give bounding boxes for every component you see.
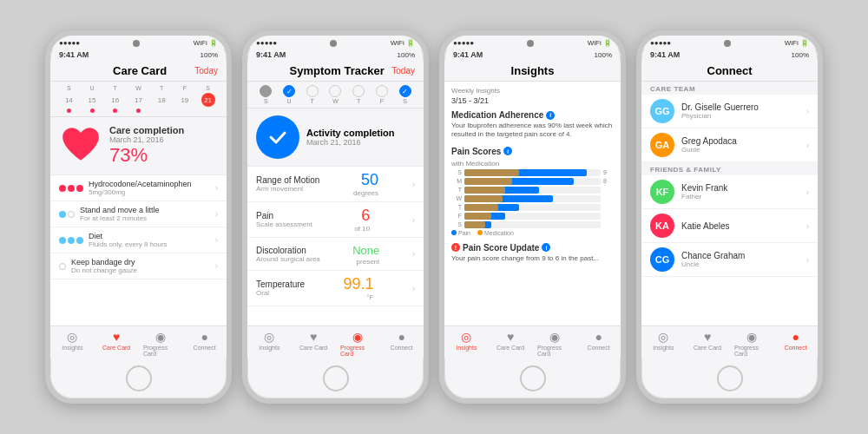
- metric-rom[interactable]: Range of Motion Arm movement 50 degrees …: [247, 167, 424, 202]
- nav-connect-sym[interactable]: ● Connect: [385, 330, 419, 357]
- nav-connect-care[interactable]: ● Connect: [187, 330, 222, 357]
- nav-progress-care[interactable]: ◉ Progress Card: [143, 330, 178, 357]
- pain-score-update-label: Pain Score Update: [463, 243, 539, 253]
- info-icon-psu: i: [542, 243, 550, 252]
- home-button-ins[interactable]: [520, 365, 546, 391]
- signal-ins: ●●●●●: [453, 39, 474, 47]
- nav-carecard-care[interactable]: ♥ Care Card: [99, 330, 134, 357]
- time-ins: 9:41 AM: [453, 50, 483, 59]
- care-items: Hydrocodone/Acetaminophen 5mg/300mg › St…: [50, 175, 227, 326]
- bottom-nav-care: ◎ Insights ♥ Care Card ◉ Progress Card ●…: [50, 326, 227, 358]
- symptom-title: Activity completion: [306, 128, 394, 138]
- med-adherence-section: Medication Adherence i Your Ibuprofen ad…: [451, 110, 614, 140]
- metric-pain[interactable]: Pain Scale assessment 6 of 10 ›: [247, 202, 424, 238]
- friends-header: FRIENDS & FAMILY: [641, 162, 818, 175]
- signal-sym: ●●●●●: [256, 39, 277, 47]
- sym-day-0: S: [260, 85, 272, 104]
- header-ins: Insights: [444, 61, 621, 82]
- camera-care: [133, 40, 140, 47]
- care-hero: Care completion March 21, 2016 73%: [50, 117, 227, 175]
- metric-temp[interactable]: Temperature Oral 99.1 °F ›: [247, 271, 424, 306]
- symptom-info: Activity completion March 21, 2016: [306, 128, 394, 147]
- cal-day-0: S 14: [62, 85, 76, 113]
- bar-row-s2: S: [451, 221, 614, 228]
- nav-carecard-con[interactable]: ♥ Care Card: [690, 330, 725, 357]
- home-button-sym[interactable]: [323, 365, 349, 391]
- today-btn-care[interactable]: Today: [194, 66, 218, 76]
- sym-day-2: T: [306, 85, 319, 104]
- insights-content: Weekly Insights 3/15 - 3/21 Medication A…: [444, 82, 621, 275]
- wifi-con: WiFi 🔋: [785, 39, 809, 47]
- battery-care: 100%: [201, 51, 218, 59]
- avatar-apodaca: GA: [650, 133, 674, 157]
- heart-icon: [59, 124, 102, 168]
- care-item-0[interactable]: Hydrocodone/Acetaminophen 5mg/300mg ›: [50, 175, 227, 201]
- notch-ins: ●●●●● WiFi 🔋: [444, 36, 621, 49]
- header-title-sym: Symptom Tracker: [290, 64, 385, 77]
- status-icons-care: 100%: [201, 51, 218, 59]
- header-title-ins: Insights: [453, 64, 612, 77]
- today-btn-sym[interactable]: Today: [391, 66, 415, 76]
- calendar-care: S 14 U 15 T 16 W 17 T 18: [50, 82, 227, 117]
- nav-connect-ins[interactable]: ● Connect: [582, 330, 616, 357]
- avatar-frank: KF: [650, 180, 674, 204]
- med-adherence-text: Your Ibuprofen adherence was 90% last we…: [451, 122, 614, 140]
- phone-care-card: ●●●●● WiFi 🔋 9:41 AM 100% Care Card Toda…: [45, 30, 232, 404]
- battery-sym: 100%: [398, 51, 415, 59]
- person-abeles[interactable]: KA Katie Abeles ›: [641, 209, 818, 243]
- check-circle-icon: [256, 115, 299, 159]
- insights-screen: Weekly Insights 3/15 - 3/21 Medication A…: [444, 82, 621, 326]
- pain-scores-section: Pain Scores i with Medication S 9: [451, 147, 614, 236]
- nav-insights-care[interactable]: ◎ Insights: [55, 330, 89, 357]
- care-item-3[interactable]: Keep bandage dry Do not change gauze ›: [50, 253, 227, 279]
- status-bar-care: 9:41 AM 100%: [50, 49, 227, 61]
- home-btn-area-sym: [247, 358, 424, 398]
- bottom-nav-sym: ◎ Insights ♥ Care Card ◉ Progress Card ●…: [247, 326, 424, 358]
- camera-sym: [330, 40, 337, 47]
- home-button-con[interactable]: [717, 365, 743, 391]
- phone-connect: ●●●●● WiFi 🔋 9:41 AM 100% Connect CARE T…: [636, 30, 823, 404]
- care-info: Care completion March 21, 2016 73%: [109, 125, 184, 167]
- nav-insights-sym[interactable]: ◎ Insights: [252, 330, 286, 357]
- wifi-care: WiFi 🔋: [194, 39, 218, 47]
- person-graham[interactable]: CG Chance Graham Uncle ›: [641, 243, 818, 277]
- header-con: Connect: [641, 61, 818, 82]
- info-icon-pain: i: [503, 147, 512, 155]
- care-item-2[interactable]: Diet Fluids only, every 8 hours ›: [50, 227, 227, 253]
- metrics-content: Range of Motion Arm movement 50 degrees …: [247, 167, 424, 326]
- notch-sym: ●●●●● WiFi 🔋: [247, 36, 424, 49]
- care-date: March 21, 2016: [109, 135, 184, 144]
- signal-con: ●●●●●: [650, 39, 671, 47]
- cal-day-5: F 19: [178, 85, 192, 113]
- status-bar-sym: 9:41 AM 100%: [247, 49, 424, 61]
- home-btn-area-care: [50, 358, 227, 398]
- nav-insights-ins[interactable]: ◎ Insights: [449, 330, 483, 357]
- symptom-hero: Activity completion March 21, 2016: [247, 108, 424, 167]
- person-apodaca[interactable]: GA Greg Apodaca Guide ›: [641, 128, 818, 162]
- cal-day-3: W 17: [131, 85, 145, 113]
- nav-insights-con[interactable]: ◎ Insights: [646, 330, 681, 357]
- nav-connect-con[interactable]: ● Connect: [779, 330, 813, 357]
- nav-progress-ins[interactable]: ◉ Progress Card: [537, 330, 572, 357]
- care-item-1[interactable]: Stand and move a little For at least 2 m…: [50, 201, 227, 227]
- nav-carecard-sym[interactable]: ♥ Care Card: [296, 330, 331, 357]
- time-sym: 9:41 AM: [256, 50, 286, 59]
- bar-row-w: W: [451, 195, 614, 202]
- pain-bar-chart: S 9 M: [451, 169, 614, 228]
- home-button-care[interactable]: [126, 365, 152, 391]
- wifi-ins: WiFi 🔋: [588, 39, 612, 47]
- home-btn-area-con: [641, 358, 818, 398]
- nav-progress-sym[interactable]: ◉ Progress Card: [340, 330, 375, 357]
- nav-carecard-ins[interactable]: ♥ Care Card: [493, 330, 528, 357]
- metric-discolor[interactable]: Discoloration Around surgical area None …: [247, 238, 424, 271]
- header-care: Care Card Today: [50, 61, 227, 82]
- person-frank[interactable]: KF Kevin Frank Father ›: [641, 175, 818, 209]
- wifi-sym: WiFi 🔋: [391, 39, 415, 47]
- phone-insights: ●●●●● WiFi 🔋 9:41 AM 100% Insights Weekl…: [439, 30, 626, 404]
- pain-score-text: Your pain score change from 9 to 6 in th…: [451, 254, 614, 263]
- header-title-con: Connect: [650, 64, 809, 77]
- person-guerrero[interactable]: GG Dr. Giselle Guerrero Physician ›: [641, 95, 818, 128]
- bar-row-m: M 8: [451, 178, 614, 185]
- nav-progress-con[interactable]: ◉ Progress Card: [734, 330, 769, 357]
- care-title: Care completion: [109, 125, 184, 135]
